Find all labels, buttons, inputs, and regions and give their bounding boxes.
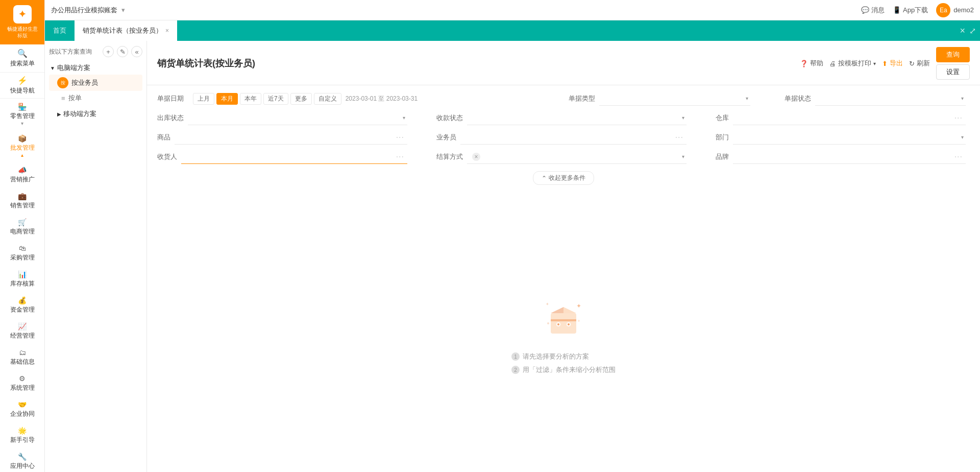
sidebar-item-marketing[interactable]: 📣 营销推广 — [0, 162, 44, 188]
brand-input[interactable]: ··· — [733, 150, 966, 164]
tab-close-icon[interactable]: × — [165, 27, 169, 34]
doc-status-input[interactable]: ▾ — [815, 91, 966, 106]
sidebar-marketing-label: 营销推广 — [10, 175, 35, 184]
scheme-group-mobile-title[interactable]: ▶ 移动端方案 — [49, 107, 142, 121]
left-panel-header: 按以下方案查询 + ✎ « — [49, 46, 142, 57]
sidebar-item-ecommerce[interactable]: 🛒 电商管理 — [0, 214, 44, 240]
date-btn-thisyear[interactable]: 本年 — [240, 93, 261, 105]
scheme-group-desktop-title[interactable]: ▼ 电脑端方案 — [49, 61, 142, 75]
out-status-input[interactable]: ▾ — [188, 111, 407, 125]
export-btn[interactable]: ⬆ 导出 — [882, 59, 903, 68]
user-avatar-btn[interactable]: Ea demo2 — [936, 3, 974, 17]
recipient-input[interactable]: ··· — [181, 150, 407, 164]
settings-btn[interactable]: 设置 — [936, 64, 970, 80]
tab-home[interactable]: 首页 — [45, 20, 75, 41]
query-btn[interactable]: 查询 — [936, 47, 970, 62]
sidebar-item-finance[interactable]: 💰 资金管理 — [0, 292, 44, 318]
sidebar-search-label: 搜索菜单 — [10, 59, 35, 68]
scheme-byorder-label: 按单 — [68, 93, 82, 103]
sidebar-item-retail[interactable]: 🏪 零售管理 ▾ — [0, 99, 44, 130]
goods-input[interactable]: ··· — [175, 130, 407, 145]
date-btn-thismonth[interactable]: 本月 — [216, 93, 238, 105]
refresh-btn[interactable]: ↻ 刷新 — [909, 59, 930, 68]
add-scheme-btn[interactable]: + — [103, 46, 114, 57]
sidebar-item-basic[interactable]: 🗂 基础信息 — [0, 344, 44, 370]
sidebar-item-guide[interactable]: 🌟 新手引导 — [0, 422, 44, 449]
finance-icon: 💰 — [18, 296, 27, 304]
date-btn-more[interactable]: 更多 — [290, 93, 312, 105]
date-btn-custom[interactable]: 自定义 — [314, 93, 341, 105]
sidebar-item-purchase[interactable]: 🛍 采购管理 — [0, 240, 44, 266]
sidebar-wholesale-label: 批发管理 — [10, 144, 35, 152]
salesperson-input[interactable]: ··· — [460, 130, 687, 145]
settlement-cell: 结算方式 × ▾ — [436, 150, 691, 164]
date-btn-lastmonth[interactable]: 上月 — [193, 93, 214, 105]
page-header: 销货单统计表(按业务员) ❓ 帮助 🖨 按模板打印 ▾ ⬆ — [147, 41, 980, 85]
breadcrumb-arrow[interactable]: ▾ — [121, 6, 125, 14]
edit-scheme-btn[interactable]: ✎ — [117, 46, 128, 57]
print-btn[interactable]: 🖨 按模板打印 ▾ — [829, 59, 876, 68]
svg-text:✦: ✦ — [576, 302, 581, 310]
left-panel: 按以下方案查询 + ✎ « ▼ 电脑端方案 — [45, 41, 147, 472]
settlement-label: 结算方式 — [436, 152, 463, 161]
app-download-btn[interactable]: 📱 App下载 — [893, 6, 928, 15]
sidebar-operation-label: 经营管理 — [10, 332, 35, 340]
wholesale-arrow: ▴ — [21, 152, 23, 158]
sidebar-search[interactable]: 🔍 搜索菜单 — [0, 44, 44, 73]
collect-status-cell: 收款状态 ▾ — [436, 111, 691, 125]
sidebar-subtitle: 标版 — [17, 32, 28, 39]
help-btn[interactable]: ❓ 帮助 — [800, 59, 823, 68]
search-icon: 🔍 — [17, 49, 28, 58]
scheme-item-byorder[interactable]: ≡ 按单 — [49, 91, 142, 105]
desktop-scheme-label: 电脑端方案 — [57, 63, 90, 73]
sidebar-appcenter-label: 应用中心 — [10, 462, 35, 470]
user-label: demo2 — [953, 6, 974, 14]
warehouse-label: 仓库 — [716, 113, 729, 123]
doc-type-input[interactable]: ▾ — [599, 91, 750, 106]
sidebar-item-operation[interactable]: 📈 经营管理 — [0, 318, 44, 344]
brand-cell: 品牌 ··· — [716, 150, 970, 164]
message-btn[interactable]: 💬 消息 — [861, 6, 885, 15]
collect-status-input[interactable]: ▾ — [467, 111, 687, 125]
settlement-clear-btn[interactable]: × — [472, 153, 480, 161]
close-window-btn[interactable]: × — [960, 26, 965, 36]
sidebar-system-label: 系统管理 — [10, 384, 35, 392]
system-icon: ⚙ — [19, 374, 26, 383]
topbar-left: 办公用品行业模拟账套 ▾ — [51, 6, 125, 15]
sidebar-finance-label: 资金管理 — [10, 305, 35, 314]
sidebar-item-sales[interactable]: 💼 销售管理 — [0, 188, 44, 214]
doc-type-label: 单据类型 — [569, 94, 595, 103]
doc-status-label: 单据状态 — [785, 94, 811, 103]
tip-item-1: 1 请先选择要分析的方案 — [511, 352, 616, 361]
sidebar-item-appcenter[interactable]: 🔧 应用中心 — [0, 449, 44, 472]
tip-num-1: 1 — [511, 352, 520, 361]
sidebar-item-system[interactable]: ⚙ 系统管理 — [0, 370, 44, 396]
app-download-label: App下载 — [903, 6, 928, 15]
date-btn-7days[interactable]: 近7天 — [263, 93, 288, 105]
collapse-panel-btn[interactable]: « — [131, 46, 142, 57]
export-icon: ⬆ — [882, 60, 888, 67]
sidebar-item-corp[interactable]: 🤝 企业协同 — [0, 396, 44, 422]
empty-state: ✦ ✦ 1 请先选择要分析的方案 2 — [147, 195, 980, 472]
sidebar-item-wholesale[interactable]: 📦 批发管理 ▴ — [0, 130, 44, 162]
settlement-input[interactable]: × ▾ — [467, 150, 687, 164]
doc-type-cell: 单据类型 ▾ — [569, 91, 754, 106]
warehouse-input[interactable]: ··· — [733, 111, 966, 125]
tab-active-label: 销货单统计表（按业务员） — [83, 26, 162, 35]
date-range-text: 2023-03-01 至 2023-03-31 — [346, 95, 418, 103]
scheme-item-salesperson[interactable]: 按 按业务员 — [49, 75, 142, 91]
tip-num-2: 2 — [511, 366, 520, 374]
sidebar-ecommerce-label: 电商管理 — [10, 227, 35, 236]
page-title: 销货单统计表(按业务员) — [157, 57, 255, 69]
sidebar-item-inventory[interactable]: 📊 库存核算 — [0, 266, 44, 292]
collapse-btn[interactable]: ⌃ 收起更多条件 — [533, 171, 594, 185]
sidebar-inventory-label: 库存核算 — [10, 279, 35, 288]
sidebar-logo[interactable]: ✦ 畅捷通好生意 标版 — [0, 0, 44, 44]
sidebar-quick-nav[interactable]: ⚡ 快捷导航 — [0, 73, 44, 99]
expand-btn[interactable]: ⤢ — [969, 26, 976, 36]
print-arrow[interactable]: ▾ — [873, 61, 876, 66]
sidebar-guide-label: 新手引导 — [10, 436, 35, 444]
department-input[interactable]: ▾ — [733, 130, 966, 145]
sidebar-logo-text: 畅捷通好生意 — [7, 26, 38, 32]
tab-active[interactable]: 销货单统计表（按业务员） × — [75, 20, 177, 41]
